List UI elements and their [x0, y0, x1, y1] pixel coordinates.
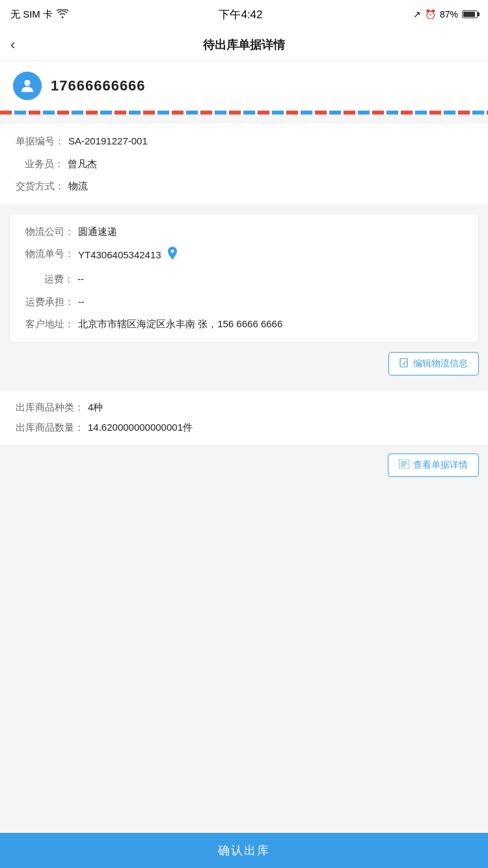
delivery-value: 物流: [68, 179, 472, 194]
logistics-tracking-label: 物流单号：: [25, 247, 78, 262]
customer-phone: 17666666666: [51, 77, 146, 94]
goods-quantity-row: 出库商品数量： 14.620000000000001件: [16, 422, 472, 434]
back-button[interactable]: ‹: [10, 36, 15, 53]
alarm-icon: ⏰: [425, 9, 436, 20]
dashed-divider: [0, 111, 488, 115]
salesman-row: 业务员： 曾凡杰: [16, 157, 472, 172]
page-content: 17666666666 单据编号： SA-20191227-001 业务员： 曾…: [0, 61, 488, 594]
freight-value: --: [77, 272, 463, 287]
freight-row: 运费： --: [25, 272, 463, 287]
freight-bear-row: 运费承担： --: [25, 295, 463, 310]
goods-quantity-label: 出库商品数量：: [16, 422, 88, 434]
freight-bear-label: 运费承担：: [25, 295, 78, 310]
delivery-row: 交货方式： 物流: [16, 179, 472, 194]
freight-label: 运费：: [25, 272, 77, 287]
freight-bear-value: --: [78, 295, 463, 310]
tracking-location-icon[interactable]: [167, 247, 178, 264]
goods-types-label: 出库商品种类：: [16, 401, 88, 414]
edit-logistics-button[interactable]: 编辑物流信息: [388, 352, 479, 375]
address-row: 客户地址： 北京市市辖区海淀区永丰南 张，156 6666 6666: [25, 317, 463, 332]
logistics-company-label: 物流公司：: [25, 224, 78, 239]
goods-types-row: 出库商品种类： 4种: [16, 401, 472, 414]
logistics-card: 物流公司： 圆通速递 物流单号： YT4306405342413 运费： -- …: [9, 213, 479, 343]
order-no-value: SA-20191227-001: [68, 134, 472, 149]
list-icon: [399, 459, 409, 470]
edit-logistics-label: 编辑物流信息: [413, 358, 468, 370]
confirm-button-area[interactable]: 确认出库: [0, 833, 488, 868]
page-title: 待出库单据详情: [203, 37, 285, 53]
view-detail-label: 查看单据详情: [413, 459, 468, 471]
svg-point-0: [24, 80, 30, 86]
svg-rect-1: [400, 359, 407, 367]
address-value: 北京市市辖区海淀区永丰南 张，156 6666 6666: [78, 317, 463, 332]
bottom-space: [0, 477, 488, 555]
salesman-label: 业务员：: [16, 157, 68, 172]
goods-card: 出库商品种类： 4种 出库商品数量： 14.620000000000001件: [0, 391, 488, 444]
tracking-no-text: YT4306405342413: [78, 248, 161, 263]
goods-quantity-value: 14.620000000000001件: [88, 422, 472, 434]
nav-bar: ‹ 待出库单据详情: [0, 29, 488, 61]
edit-logistics-area: 编辑物流信息: [0, 343, 488, 375]
edit-icon: [400, 358, 409, 370]
status-carrier: 无 SIM 卡: [10, 8, 68, 21]
view-detail-button[interactable]: 查看单据详情: [388, 454, 479, 477]
avatar: [13, 72, 42, 100]
status-bar: 无 SIM 卡 下午4:42 ↗ ⏰ 87%: [0, 0, 488, 29]
delivery-label: 交货方式：: [16, 179, 68, 194]
address-label: 客户地址：: [25, 317, 78, 332]
logistics-tracking-value: YT4306405342413: [78, 247, 463, 264]
carrier-text: 无 SIM 卡: [10, 8, 53, 21]
salesman-value: 曾凡杰: [68, 157, 472, 172]
logistics-company-value: 圆通速递: [78, 224, 463, 239]
goods-types-value: 4种: [88, 401, 472, 414]
battery-percent: 87%: [440, 9, 458, 20]
logistics-tracking-row: 物流单号： YT4306405342413: [25, 247, 463, 264]
status-time: 下午4:42: [219, 7, 262, 22]
order-no-row: 单据编号： SA-20191227-001: [16, 134, 472, 149]
customer-header: 17666666666: [0, 61, 488, 111]
view-detail-area: 查看单据详情: [0, 444, 488, 477]
order-info-card: 单据编号： SA-20191227-001 业务员： 曾凡杰 交货方式： 物流: [0, 124, 488, 204]
logistics-company-row: 物流公司： 圆通速递: [25, 224, 463, 239]
location-icon: ↗: [413, 9, 421, 20]
avatar-icon: [18, 77, 36, 95]
status-indicators: ↗ ⏰ 87%: [413, 9, 478, 20]
battery-icon: [462, 10, 478, 18]
order-no-label: 单据编号：: [16, 134, 68, 149]
confirm-button-label: 确认出库: [218, 843, 270, 858]
section-gap-1: [0, 375, 488, 383]
wifi-icon: [57, 9, 68, 20]
